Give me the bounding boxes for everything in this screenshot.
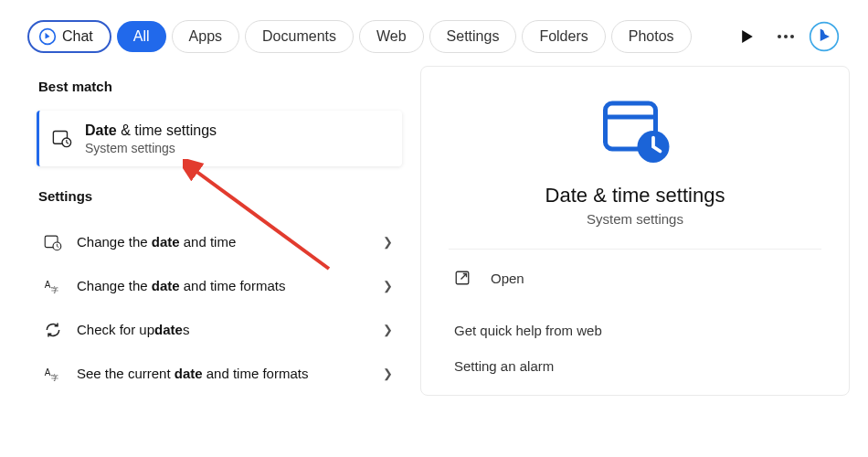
right-panel: Date & time settings System settings Ope…	[420, 66, 850, 396]
chevron-right-icon: ❯	[383, 367, 393, 380]
language-icon: A字	[44, 277, 62, 295]
tab-folders[interactable]: Folders	[522, 20, 605, 53]
setting-row-change-date-time[interactable]: Change the date and time ❯	[37, 220, 402, 264]
tab-photos[interactable]: Photos	[611, 20, 692, 53]
settings-label: Settings	[38, 188, 402, 204]
open-label: Open	[491, 271, 524, 286]
chat-button[interactable]: Chat	[27, 20, 111, 53]
best-match-item[interactable]: Date & time settings System settings	[37, 111, 402, 166]
chat-label: Chat	[62, 28, 93, 45]
svg-text:字: 字	[51, 284, 58, 293]
best-match-subtitle: System settings	[85, 141, 217, 155]
play-icon[interactable]	[731, 20, 764, 53]
svg-text:A: A	[45, 279, 51, 289]
bing-logo-icon[interactable]	[808, 20, 841, 53]
setting-row-change-date-formats[interactable]: A字 Change the date and time formats ❯	[37, 264, 402, 308]
svg-text:A: A	[45, 367, 51, 377]
open-icon	[454, 270, 471, 286]
best-match-label: Best match	[38, 79, 402, 94]
tab-apps[interactable]: Apps	[172, 20, 239, 53]
chevron-right-icon: ❯	[383, 279, 393, 292]
datetime-icon	[44, 233, 62, 251]
detail-title: Date & time settings	[545, 184, 725, 207]
svg-point-1	[778, 35, 781, 38]
detail-hero: Date & time settings System settings	[449, 94, 821, 250]
svg-point-3	[790, 35, 794, 38]
row-text: See the current date and time formats	[77, 365, 308, 383]
left-panel: Best match Date & time settings System s…	[37, 69, 402, 396]
row-text: Change the date and time	[77, 233, 236, 251]
setting-row-see-current-formats[interactable]: A字 See the current date and time formats…	[37, 352, 402, 396]
chevron-right-icon: ❯	[383, 235, 393, 249]
datetime-large-icon	[598, 94, 672, 167]
svg-text:字: 字	[51, 372, 58, 381]
detail-subtitle: System settings	[587, 211, 683, 227]
language-icon: A字	[44, 365, 62, 383]
tab-documents[interactable]: Documents	[245, 20, 354, 53]
bing-chat-icon	[38, 27, 57, 46]
open-action[interactable]: Open	[449, 250, 821, 306]
chevron-right-icon: ❯	[383, 323, 393, 336]
row-text: Change the date and time formats	[77, 277, 285, 295]
content: Best match Date & time settings System s…	[0, 69, 868, 396]
tab-web[interactable]: Web	[359, 20, 424, 53]
best-match-title: Date & time settings	[85, 122, 217, 141]
more-icon[interactable]	[769, 20, 802, 53]
datetime-icon	[52, 128, 72, 148]
tab-settings[interactable]: Settings	[429, 20, 517, 53]
svg-point-2	[784, 35, 788, 38]
topbar: Chat All Apps Documents Web Settings Fol…	[0, 0, 868, 69]
sync-icon	[44, 321, 62, 339]
help-label: Get quick help from web	[449, 306, 821, 349]
setting-row-check-updates[interactable]: Check for updates ❯	[37, 308, 402, 352]
help-link-alarm[interactable]: Setting an alarm	[449, 349, 821, 383]
row-text: Check for updates	[77, 321, 189, 339]
tab-all[interactable]: All	[117, 21, 166, 52]
